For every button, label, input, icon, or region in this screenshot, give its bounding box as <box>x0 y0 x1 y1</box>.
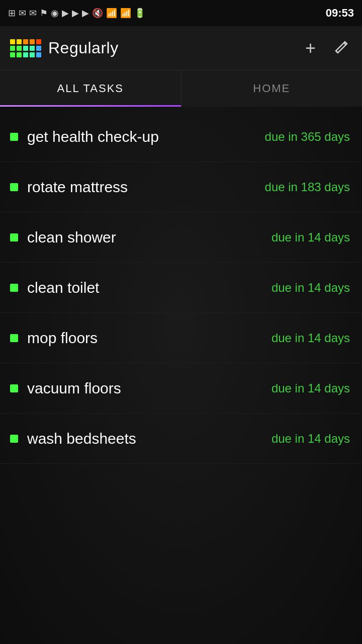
camera-icon: ◉ <box>51 8 59 19</box>
task-due: due in 365 days <box>265 130 350 144</box>
tab-all-tasks[interactable]: ALL TASKS <box>0 70 181 107</box>
status-time: 09:53 <box>326 7 354 20</box>
play3-icon: ▶ <box>82 8 89 19</box>
task-left: rotate mattress <box>10 179 128 196</box>
task-name: mop floors <box>27 330 98 347</box>
logo-dot <box>23 52 28 57</box>
task-left: clean toilet <box>10 279 99 296</box>
task-left: clean shower <box>10 229 116 246</box>
task-bullet <box>10 133 18 141</box>
task-item[interactable]: rotate mattress due in 183 days <box>0 162 362 212</box>
logo-dot <box>30 52 35 57</box>
task-due: due in 14 days <box>272 230 350 245</box>
logo-dot <box>10 39 15 44</box>
task-left: vacuum floors <box>10 380 121 397</box>
task-item[interactable]: mop floors due in 14 days <box>0 313 362 363</box>
logo-dot <box>36 46 41 51</box>
app-logo <box>10 39 41 57</box>
task-name: clean shower <box>27 229 116 246</box>
email-icon: ✉ <box>19 8 26 19</box>
task-list: get health check-up due in 365 days rota… <box>0 107 362 469</box>
task-item[interactable]: clean shower due in 14 days <box>0 212 362 263</box>
logo-dot <box>17 39 22 44</box>
add-task-button[interactable]: + <box>303 37 318 59</box>
task-bullet <box>10 233 18 242</box>
tab-home[interactable]: HOME <box>181 70 363 107</box>
logo-dot <box>10 52 15 57</box>
email2-icon: ✉ <box>29 8 37 19</box>
tab-bar: ALL TASKS HOME <box>0 70 362 107</box>
task-item[interactable]: get health check-up due in 365 days <box>0 112 362 162</box>
task-name: rotate mattress <box>27 179 128 196</box>
play-icon: ▶ <box>62 8 69 19</box>
battery-icon: 🔋 <box>134 8 145 19</box>
task-due: due in 14 days <box>272 432 350 446</box>
edit-button[interactable] <box>332 37 352 59</box>
signal-icon: 📶 <box>120 8 131 19</box>
task-bullet <box>10 183 18 191</box>
app-title: Regularly <box>48 39 119 57</box>
image-icon: ⊞ <box>8 8 16 19</box>
toolbar-right: + <box>303 37 352 59</box>
logo-dot <box>17 46 22 51</box>
task-name: wash bedsheets <box>27 430 136 447</box>
task-due: due in 14 days <box>272 281 350 295</box>
status-bar: ⊞ ✉ ✉ ⚑ ◉ ▶ ▶ ▶ 🔇 📶 📶 🔋 09:53 <box>0 0 362 26</box>
logo-dot <box>36 39 41 44</box>
toolbar-left: Regularly <box>10 39 119 57</box>
task-name: get health check-up <box>27 128 159 145</box>
task-due: due in 14 days <box>272 331 350 345</box>
flag-icon: ⚑ <box>40 8 48 19</box>
task-bullet <box>10 384 18 392</box>
task-bullet <box>10 435 18 443</box>
task-due: due in 14 days <box>272 381 350 395</box>
logo-dot <box>30 39 35 44</box>
task-left: mop floors <box>10 330 98 347</box>
task-bullet <box>10 284 18 292</box>
logo-dot <box>36 52 41 57</box>
task-left: wash bedsheets <box>10 430 136 447</box>
logo-dot <box>23 39 28 44</box>
mute-icon: 🔇 <box>92 8 103 19</box>
play2-icon: ▶ <box>72 8 79 19</box>
task-name: vacuum floors <box>27 380 121 397</box>
task-bullet <box>10 334 18 342</box>
app-toolbar: Regularly + <box>0 26 362 70</box>
task-item[interactable]: wash bedsheets due in 14 days <box>0 414 362 464</box>
task-due: due in 183 days <box>265 180 350 194</box>
logo-dot <box>23 46 28 51</box>
logo-dot <box>17 52 22 57</box>
logo-dot <box>10 46 15 51</box>
task-item[interactable]: vacuum floors due in 14 days <box>0 363 362 414</box>
task-name: clean toilet <box>27 279 99 296</box>
task-item[interactable]: clean toilet due in 14 days <box>0 263 362 313</box>
wifi-icon: 📶 <box>106 8 117 19</box>
logo-dot <box>30 46 35 51</box>
task-left: get health check-up <box>10 128 159 145</box>
status-icons: ⊞ ✉ ✉ ⚑ ◉ ▶ ▶ ▶ 🔇 📶 📶 🔋 <box>8 8 145 19</box>
